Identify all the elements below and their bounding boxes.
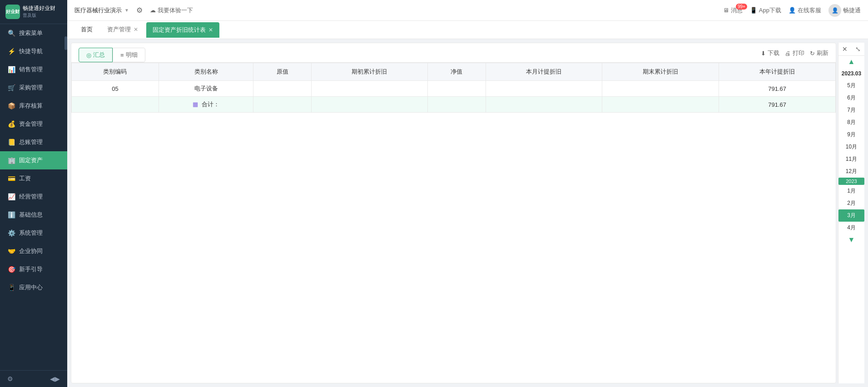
sidebar-item-funds[interactable]: 💰 资金管理 [0,115,67,133]
panel-expand-button[interactable]: ⤡ [855,45,861,53]
fixed-assets-icon: 🏢 [7,157,15,164]
month-8[interactable]: 8月 [838,116,864,129]
panel-header: ✕ ⤡ [838,43,864,56]
main-content: 医疗器械行业演示 ▼ ⚙ ☁ 我要体验一下 🖥 消息 99+ 📱 App下载 👤… [67,0,868,387]
quick-nav-icon: ⚡ [7,48,15,55]
sidebar-item-operations[interactable]: 📈 经营管理 [0,188,67,206]
total-net [428,97,486,113]
sidebar-item-guide[interactable]: 🎯 新手引导 [0,260,67,278]
sidebar-item-system[interactable]: ⚙️ 系统管理 [0,224,67,242]
month-2[interactable]: 2月 [838,197,864,209]
user-profile[interactable]: 👤 畅捷通 [828,4,861,17]
cell-code: 05 [72,81,159,97]
ledger-icon: 📒 [7,139,15,146]
col-annual: 本年计提折旧 [719,63,836,81]
purchase-icon: 🛒 [7,84,15,91]
cloud-icon: ☁ [150,7,156,14]
sidebar-item-fixed-assets[interactable]: 🏢 固定资产 [0,151,67,169]
sales-icon: 📊 [7,66,15,73]
total-empty-code [72,97,159,113]
download-icon: ⬇ [761,50,766,57]
col-period-end: 期末累计折旧 [602,63,719,81]
panel-close-button[interactable]: ✕ [842,45,848,53]
app-download-button[interactable]: 📱 App下载 [750,6,781,15]
main-panel: ◎ 汇总 ≡ 明细 ⬇ 下载 🖨 打印 [71,43,836,383]
guide-icon: 🎯 [7,266,15,273]
operations-icon: 📈 [7,193,15,200]
month-10[interactable]: 10月 [838,141,864,153]
header-actions: 🖥 消息 99+ 📱 App下载 👤 在线客服 👤 畅捷通 [723,4,861,17]
cell-period-end [602,81,719,97]
month-1[interactable]: 1月 [838,185,864,197]
sidebar-item-purchase[interactable]: 🛒 采购管理 [0,79,67,97]
col-code: 类别编码 [72,63,159,81]
system-icon: ⚙️ [7,229,15,237]
month-5[interactable]: 5月 [838,79,864,92]
tab-close-depreciation-table[interactable]: ✕ [208,27,213,33]
cell-initial [311,81,428,97]
print-button[interactable]: 🖨 打印 [785,49,804,57]
sidebar-item-search[interactable]: 🔍 搜索菜单 [0,24,67,42]
sidebar-item-enterprise[interactable]: 🤝 企业协同 [0,242,67,260]
tab-depreciation-table[interactable]: 固定资产折旧统计表 ✕ [146,22,219,38]
sidebar-item-quick-nav[interactable]: ⚡ 快捷导航 [0,42,67,60]
toolbar-actions: ⬇ 下载 🖨 打印 ↻ 刷新 [761,49,828,61]
header-settings-icon[interactable]: ⚙ [134,4,144,16]
logo-text: 畅捷通好业财 [23,5,55,12]
sidebar-item-app-center[interactable]: 📱 应用中心 [0,278,67,297]
cell-monthly [486,81,602,97]
sidebar-footer: ⚙ ◀▶ [0,370,67,387]
tab-close-asset-mgmt[interactable]: ✕ [134,26,138,33]
payroll-icon: 💳 [7,175,15,182]
company-name: 医疗器械行业演示 [74,6,122,15]
funds-icon: 💰 [7,120,15,128]
month-6[interactable]: 6月 [838,92,864,104]
col-net: 净值 [428,63,486,81]
scroll-indicator-top [64,36,67,50]
refresh-button[interactable]: ↻ 刷新 [810,49,828,57]
total-icon: ▦ [193,101,198,108]
date-nav-down[interactable]: ▼ [846,234,857,246]
sidebar-nav: 🔍 搜索菜单 ⚡ 快捷导航 📊 销售管理 🛒 采购管理 📦 库存核算 💰 资金管… [0,24,67,370]
refresh-icon: ↻ [810,50,815,57]
total-annual: 791.67 [719,97,836,113]
total-label: ▦ 合计： [159,97,253,113]
experience-button[interactable]: ☁ 我要体验一下 [150,6,193,15]
print-icon: 🖨 [785,50,791,57]
download-button[interactable]: ⬇ 下载 [761,49,779,57]
notification-button[interactable]: 🖥 消息 99+ [723,6,743,15]
sidebar-item-payroll[interactable]: 💳 工资 [0,169,67,188]
tab-asset-mgmt[interactable]: 资产管理 ✕ [101,22,144,38]
sidebar-item-sales[interactable]: 📊 销售管理 [0,60,67,79]
total-row: ▦ 合计： 791.67 [72,97,836,113]
month-4[interactable]: 4月 [838,222,864,234]
basic-info-icon: ℹ️ [7,211,15,218]
month-9[interactable]: 9月 [838,129,864,141]
tab-home[interactable]: 首页 [74,22,99,38]
sidebar: 好业财 畅捷通好业财 普及版 🔍 搜索菜单 ⚡ 快捷导航 📊 销售管理 🛒 采购… [0,0,67,387]
sub-tab-summary[interactable]: ◎ 汇总 [79,48,113,62]
sub-tab-detail[interactable]: ≡ 明细 [113,48,145,62]
col-initial: 期初累计折旧 [311,63,428,81]
sidebar-item-basic-info[interactable]: ℹ️ 基础信息 [0,206,67,224]
col-monthly: 本月计提折旧 [486,63,602,81]
sidebar-settings-icon[interactable]: ⚙ [7,375,13,382]
month-3-current[interactable]: 3月 [838,209,864,222]
cell-annual: 791.67 [719,81,836,97]
sidebar-item-inventory[interactable]: 📦 库存核算 [0,97,67,115]
logo-icon: 好业财 [5,5,20,19]
sidebar-item-ledger[interactable]: 📒 总账管理 [0,133,67,151]
sidebar-logo: 好业财 畅捷通好业财 普及版 [0,0,67,24]
top-header: 医疗器械行业演示 ▼ ⚙ ☁ 我要体验一下 🖥 消息 99+ 📱 App下载 👤… [67,0,868,21]
table-row: 05 电子设备 791.67 [72,81,836,97]
notification-badge: 99+ [736,4,747,10]
month-11[interactable]: 11月 [838,153,864,165]
date-nav-up[interactable]: ▲ [846,56,857,68]
company-selector[interactable]: 医疗器械行业演示 ▼ [74,6,129,15]
sidebar-collapse-icon[interactable]: ◀▶ [50,375,60,382]
month-7[interactable]: 7月 [838,104,864,116]
search-icon: 🔍 [7,30,15,37]
customer-service-button[interactable]: 👤 在线客服 [789,6,821,15]
month-12[interactable]: 12月 [838,165,864,178]
download-icon: 📱 [750,7,757,14]
